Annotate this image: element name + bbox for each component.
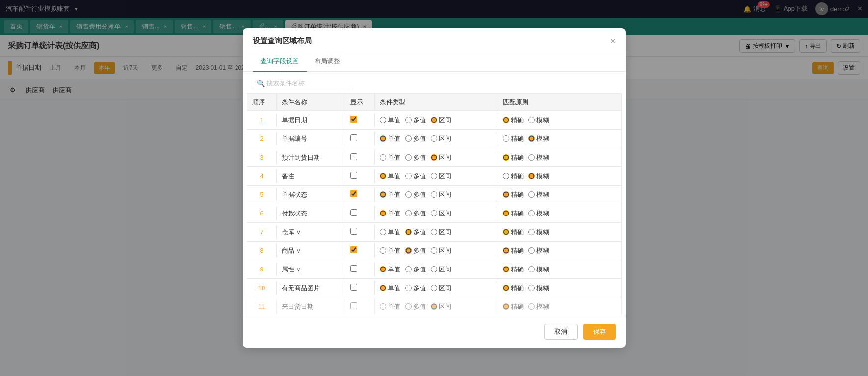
row-9-display[interactable] (345, 262, 375, 276)
row-3-match-rule: 精确 模糊 (498, 150, 621, 165)
row-8-display[interactable] (345, 243, 375, 258)
row-3-range[interactable] (431, 154, 437, 161)
row-7-fuzzy[interactable] (528, 229, 535, 235)
row-5-cond-type: 单值 多值 区间 (375, 188, 498, 202)
row-5-fuzzy[interactable] (528, 191, 535, 198)
row-8-fuzzy[interactable] (528, 247, 535, 254)
row-1-exact[interactable] (503, 117, 509, 123)
row-4-display[interactable] (345, 169, 375, 183)
row-9-fuzzy[interactable] (528, 266, 535, 272)
row-9-display-checkbox[interactable] (350, 265, 357, 272)
row-2-single[interactable] (380, 135, 386, 142)
row-4-range[interactable] (431, 173, 437, 179)
row-9-range[interactable] (431, 266, 437, 272)
row-6-range[interactable] (431, 210, 437, 216)
row-1-single[interactable] (380, 117, 386, 123)
row-7-display-checkbox[interactable] (350, 228, 357, 235)
row-6-exact[interactable] (503, 210, 509, 216)
row-1-multi[interactable] (405, 117, 412, 123)
row-11-name: 来日货日期 (277, 299, 345, 314)
row-7-range[interactable] (431, 229, 437, 235)
row-5-display[interactable] (345, 188, 375, 202)
row-7-multi[interactable] (405, 229, 412, 235)
row-11-fuzzy[interactable] (528, 303, 535, 310)
row-9-multi[interactable] (405, 266, 412, 272)
row-4-multi[interactable] (405, 173, 412, 179)
row-4-fuzzy[interactable] (528, 173, 535, 179)
dialog-overlay: 设置查询区域布局 × 查询字段设置 布局调整 🔍 顺序 条件名称 显示 (0, 0, 868, 376)
row-2-exact[interactable] (503, 135, 509, 142)
row-5-exact[interactable] (503, 191, 509, 198)
row-9-exact[interactable] (503, 266, 509, 272)
row-1-range[interactable] (431, 117, 437, 123)
row-6-single[interactable] (380, 210, 386, 216)
settings-dialog: 设置查询区域布局 × 查询字段设置 布局调整 🔍 顺序 条件名称 显示 (243, 28, 626, 348)
row-11-exact[interactable] (503, 303, 509, 310)
row-1-match-rule: 精确 模糊 (498, 113, 621, 128)
row-8-multi[interactable] (405, 247, 412, 254)
table-row: 7 仓库 ∨ 单值 多值 区间 精确 模糊 (247, 223, 622, 242)
row-5-multi[interactable] (405, 191, 412, 198)
row-8-exact[interactable] (503, 247, 509, 254)
row-11-display[interactable] (345, 299, 375, 314)
row-10-fuzzy[interactable] (528, 285, 535, 291)
search-input[interactable] (253, 78, 351, 89)
row-8-range[interactable] (431, 247, 437, 254)
row-3-display[interactable] (345, 150, 375, 164)
row-1-display[interactable] (345, 113, 375, 127)
row-10-multi[interactable] (405, 285, 412, 291)
row-1-name: 单据日期 (277, 113, 345, 128)
row-10-display[interactable] (345, 281, 375, 295)
row-3-fuzzy[interactable] (528, 154, 535, 161)
tab-query-fields-label: 查询字段设置 (261, 57, 299, 65)
row-2-multi[interactable] (405, 135, 412, 142)
row-4-display-checkbox[interactable] (350, 172, 357, 179)
dialog-header: 设置查询区域布局 × (243, 28, 626, 52)
row-11-single[interactable] (380, 303, 386, 310)
dialog-search-bar: 🔍 (243, 72, 626, 93)
row-7-display[interactable] (345, 225, 375, 239)
row-1-fuzzy[interactable] (528, 117, 535, 123)
tab-layout-adjust[interactable]: 布局调整 (307, 52, 348, 72)
row-10-match-rule: 精确 模糊 (498, 281, 621, 295)
dialog-close-btn[interactable]: × (610, 37, 616, 46)
row-6-display[interactable] (345, 206, 375, 220)
row-3-single[interactable] (380, 154, 386, 161)
row-3-multi[interactable] (405, 154, 412, 161)
row-5-display-checkbox[interactable] (350, 190, 357, 197)
row-7-exact[interactable] (503, 229, 509, 235)
row-4-single[interactable] (380, 173, 386, 179)
row-10-order: 10 (247, 281, 277, 295)
row-10-single[interactable] (380, 285, 386, 291)
row-10-cond-type: 单值 多值 区间 (375, 281, 498, 295)
row-2-fuzzy[interactable] (528, 135, 535, 142)
row-5-range[interactable] (431, 191, 437, 198)
row-10-display-checkbox[interactable] (350, 284, 357, 291)
row-11-multi[interactable] (405, 303, 412, 310)
row-6-display-checkbox[interactable] (350, 209, 357, 216)
row-4-name: 备注 (277, 169, 345, 184)
row-11-range[interactable] (431, 303, 437, 310)
table-row: 2 单据编号 单值 多值 区间 精确 模糊 (247, 130, 622, 148)
row-1-display-checkbox[interactable] (350, 116, 357, 123)
row-11-order: 11 (247, 300, 277, 313)
row-8-display-checkbox[interactable] (350, 246, 357, 253)
row-5-single[interactable] (380, 191, 386, 198)
cancel-btn[interactable]: 取消 (544, 324, 578, 340)
row-4-exact[interactable] (503, 173, 509, 179)
row-2-range[interactable] (431, 135, 437, 142)
row-9-single[interactable] (380, 266, 386, 272)
row-2-display[interactable] (345, 132, 375, 146)
row-8-single[interactable] (380, 247, 386, 254)
row-10-range[interactable] (431, 285, 437, 291)
row-6-multi[interactable] (405, 210, 412, 216)
row-11-display-checkbox[interactable] (350, 302, 357, 309)
tab-query-fields[interactable]: 查询字段设置 (253, 52, 307, 72)
row-7-single[interactable] (380, 229, 386, 235)
row-6-fuzzy[interactable] (528, 210, 535, 216)
row-3-display-checkbox[interactable] (350, 153, 357, 160)
row-10-exact[interactable] (503, 285, 509, 291)
save-btn[interactable]: 保存 (583, 324, 616, 340)
row-3-exact[interactable] (503, 154, 509, 161)
row-2-display-checkbox[interactable] (350, 134, 357, 141)
